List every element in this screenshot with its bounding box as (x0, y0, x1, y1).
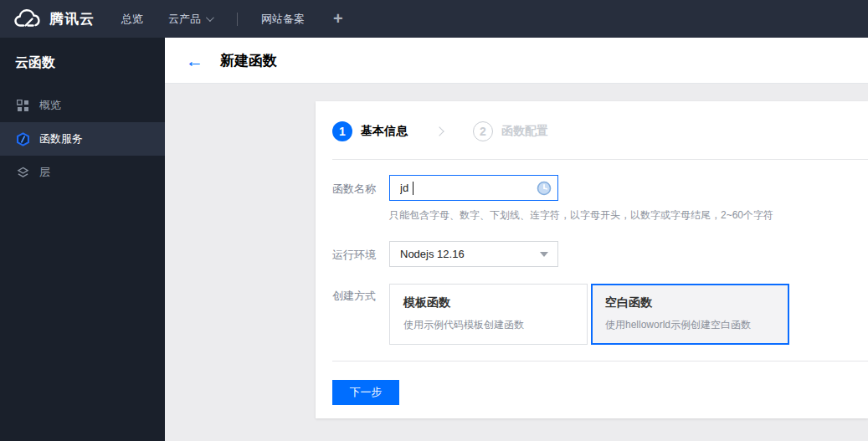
content-area: 1 基本信息 2 函数配置 函数名称 (165, 84, 868, 441)
function-name-label: 函数名称 (332, 175, 389, 223)
runtime-select[interactable]: Nodejs 12.16 (389, 241, 558, 267)
step-indicator: 1 基本信息 2 函数配置 (332, 121, 851, 141)
nav-icp-filing[interactable]: 网站备案 (261, 12, 305, 27)
step-1-label: 基本信息 (361, 124, 408, 139)
sidebar-item-overview[interactable]: 概览 (0, 89, 165, 122)
function-name-helper-text: 只能包含字母、数字、下划线、连字符，以字母开头，以数字或字母结尾，2~60个字符 (389, 208, 773, 223)
sidebar: 云函数 概览 函数服务 (0, 38, 165, 441)
nav-cloud-products[interactable]: 云产品 (168, 12, 212, 27)
option-title: 空白函数 (605, 295, 775, 310)
chevron-down-icon (206, 13, 214, 22)
tencent-cloud-logo[interactable]: 腾讯云 (13, 9, 95, 28)
step-1-circle: 1 (332, 121, 352, 141)
creation-method-row: 创建方式 模板函数 使用示例代码模板创建函数 空白函数 使用helloworld… (332, 284, 851, 345)
sidebar-item-label: 概览 (39, 98, 61, 113)
wizard-card: 1 基本信息 2 函数配置 函数名称 (316, 101, 868, 418)
page-title: 新建函数 (220, 51, 277, 70)
nav-overview[interactable]: 总览 (121, 12, 143, 27)
cloud-logo-icon (13, 9, 42, 28)
function-name-input-wrap (389, 175, 558, 201)
creation-method-options: 模板函数 使用示例代码模板创建函数 空白函数 使用helloworld示例创建空… (389, 284, 789, 345)
scf-hexagon-icon (16, 132, 30, 146)
grid-icon (16, 99, 30, 113)
function-name-row: 函数名称 (332, 175, 851, 223)
next-step-button[interactable]: 下一步 (332, 380, 399, 405)
sidebar-item-label: 层 (39, 165, 50, 180)
option-blank-function[interactable]: 空白函数 使用helloworld示例创建空白函数 (591, 284, 789, 345)
runtime-label: 运行环境 (332, 241, 389, 267)
function-name-field-group: 只能包含字母、数字、下划线、连字符，以字母开头，以数字或字母结尾，2~60个字符 (389, 175, 773, 223)
step-2-label: 函数配置 (501, 124, 548, 139)
clock-icon[interactable] (537, 181, 552, 199)
sidebar-title: 云函数 (0, 38, 165, 89)
brand-name: 腾讯云 (49, 9, 95, 28)
step-arrow-icon (434, 126, 444, 136)
topbar: 腾讯云 总览 云产品 网站备案 + (0, 0, 868, 38)
function-name-input[interactable] (390, 176, 557, 200)
option-desc: 使用示例代码模板创建函数 (403, 318, 573, 332)
page-header: ← 新建函数 (165, 38, 868, 84)
option-template-function[interactable]: 模板函数 使用示例代码模板创建函数 (389, 284, 588, 345)
divider (332, 361, 868, 362)
nav-divider (237, 13, 238, 26)
text-cursor (413, 182, 413, 195)
runtime-row: 运行环境 Nodejs 12.16 (332, 241, 851, 267)
main-area: ← 新建函数 1 基本信息 2 函数配置 函数名称 (165, 38, 868, 441)
back-arrow-icon[interactable]: ← (186, 52, 203, 69)
option-title: 模板函数 (403, 295, 573, 310)
layers-icon (16, 166, 30, 180)
sidebar-item-layers[interactable]: 层 (0, 156, 165, 189)
select-caret-icon (540, 252, 548, 257)
creation-method-label: 创建方式 (332, 284, 389, 345)
step-2-circle: 2 (473, 121, 493, 141)
sidebar-item-label: 函数服务 (39, 131, 83, 146)
divider (332, 159, 868, 160)
runtime-selected-value: Nodejs 12.16 (400, 248, 465, 260)
option-desc: 使用helloworld示例创建空白函数 (605, 318, 775, 332)
add-tab-button[interactable]: + (333, 9, 343, 28)
sidebar-item-function-service[interactable]: 函数服务 (0, 122, 165, 156)
top-nav: 总览 云产品 网站备案 + (121, 9, 343, 28)
